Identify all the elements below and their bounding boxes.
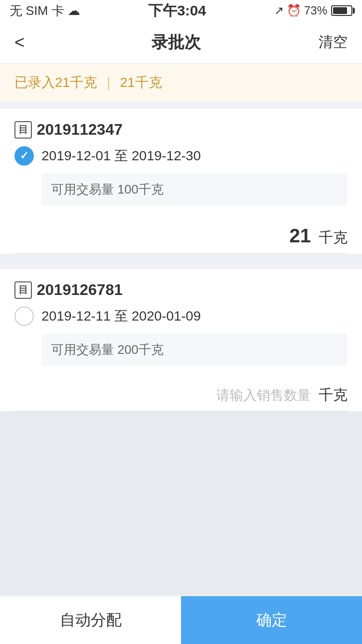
batch2-qty-container: 请输入销售数量 千克 [0, 378, 362, 411]
recorded-amount: 已录入21千克 [14, 73, 97, 92]
batch2-radio[interactable] [14, 307, 34, 326]
batch2-availability: 可用交易量 200千克 [42, 334, 348, 366]
status-left: 无 SIM 卡 ☁ [10, 2, 80, 19]
battery-icon [331, 5, 352, 16]
batch2-id: 2019126781 [37, 281, 123, 299]
status-time: 下午3:04 [148, 1, 206, 21]
batch2-card[interactable]: 目 2019126781 2019-12-11 至 2020-01-09 可用交… [0, 269, 362, 378]
nav-bar: < 录批次 清空 [0, 21, 362, 64]
batch1-date-row[interactable]: ✓ 2019-12-01 至 2019-12-30 [14, 146, 348, 166]
batch1-qty-unit: 千克 [319, 228, 348, 248]
batch1-date: 2019-12-01 至 2019-12-30 [42, 147, 201, 165]
auto-distribute-button[interactable]: 自动分配 [0, 596, 181, 644]
info-divider: | [107, 75, 110, 90]
batch1-header: 目 2019112347 [14, 121, 348, 139]
batch1-card[interactable]: 目 2019112347 ✓ 2019-12-01 至 2019-12-30 可… [0, 109, 362, 217]
battery-percent: 73% [304, 4, 327, 17]
bottom-bar: 自动分配 确定 [0, 596, 362, 644]
batch2-qty-unit: 千克 [319, 385, 348, 405]
status-bar: 无 SIM 卡 ☁ 下午3:04 ↗ ⏰ 73% [0, 0, 362, 21]
batch1-radio[interactable]: ✓ [14, 146, 34, 166]
status-right: ↗ ⏰ 73% [274, 4, 352, 17]
batch1-qty-value: 21 [290, 225, 311, 247]
no-sim-text: 无 SIM 卡 ☁ [10, 2, 80, 19]
batch2-icon: 目 [14, 281, 32, 299]
clear-button[interactable]: 清空 [309, 32, 348, 52]
batch1-availability: 可用交易量 100千克 [42, 173, 348, 206]
batch2-date-row[interactable]: 2019-12-11 至 2020-01-09 [14, 307, 348, 326]
page-title: 录批次 [152, 31, 201, 54]
alarm-icon: ⏰ [287, 4, 301, 17]
back-button[interactable]: < [14, 32, 43, 53]
batch2-qty-placeholder: 请输入销售数量 [14, 386, 311, 405]
check-icon: ✓ [20, 150, 28, 162]
section-divider [0, 254, 362, 262]
empty-area [0, 411, 362, 595]
location-icon: ↗ [274, 4, 284, 17]
batch1-qty-container: 21 千克 [0, 217, 362, 254]
total-amount: 21千克 [120, 73, 162, 92]
batch1-icon: 目 [14, 121, 32, 139]
confirm-button[interactable]: 确定 [181, 596, 362, 644]
batch2-header: 目 2019126781 [14, 281, 348, 299]
info-banner: 已录入21千克 | 21千克 [0, 64, 362, 101]
batch2-date: 2019-12-11 至 2020-01-09 [42, 307, 201, 325]
batch1-id: 2019112347 [37, 121, 123, 139]
